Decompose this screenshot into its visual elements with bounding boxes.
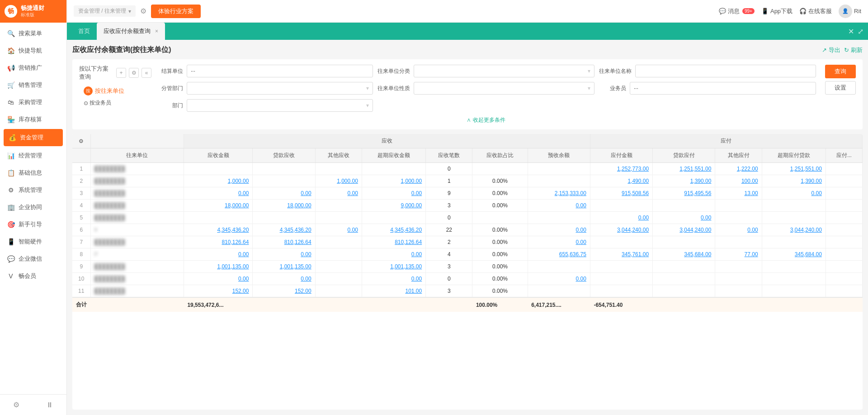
tabbar-maximize-icon[interactable]: ⤢: [858, 27, 863, 36]
th-ar-prepay[interactable]: 预收余额: [528, 148, 590, 163]
cell-ap_other-7[interactable]: 77.00: [715, 248, 762, 261]
th-ap-other[interactable]: 其他应付: [715, 148, 762, 163]
cell-ap_amount-7[interactable]: 345,761.00: [590, 248, 652, 261]
sidebar-item-finance[interactable]: 💰资金管理: [4, 129, 63, 146]
cell-ar_overdue-1[interactable]: 1,000.00: [362, 175, 425, 187]
footer-ar-amount[interactable]: 19,553,472,6...: [184, 297, 253, 312]
collapse-more-btn[interactable]: ∧ 收起更多条件: [467, 116, 505, 124]
cell-ap_overdue-2[interactable]: 0.00: [762, 187, 826, 200]
sidebar-settings-icon[interactable]: ⚙: [11, 398, 22, 411]
cell-ar-prepay-3[interactable]: 0.00: [528, 200, 590, 212]
field-salesperson-input[interactable]: ···: [630, 82, 816, 95]
sidebar-collapse-icon[interactable]: ⏸: [44, 399, 56, 411]
cell-ar_overdue-3[interactable]: 9,000.00: [362, 200, 425, 212]
cell-ar_loan-9[interactable]: 0.00: [253, 273, 315, 285]
tab-query[interactable]: 应收应付余额查询×: [97, 23, 165, 40]
cell-ap_other-1[interactable]: 100.00: [715, 175, 762, 187]
sidebar-item-system[interactable]: ⚙系统管理: [0, 181, 66, 199]
sidebar-item-warehouse[interactable]: 🏪库存核算: [0, 111, 66, 128]
th-partner[interactable]: 往来单位: [90, 148, 184, 163]
cell-ar_amount-1[interactable]: 1,000.00: [184, 175, 253, 187]
sidebar-item-marketing[interactable]: 📢营销推广: [0, 59, 66, 76]
th-ap-more[interactable]: 应付...: [826, 148, 862, 163]
sidebar-item-member[interactable]: V畅会员: [0, 267, 66, 285]
cell-ar_loan-7[interactable]: 0.00: [253, 248, 315, 261]
cell-ar_overdue-9[interactable]: 0.00: [362, 273, 425, 285]
filter-settings-btn[interactable]: ⚙: [129, 68, 139, 78]
cell-ar_amount-2[interactable]: 0.00: [184, 187, 253, 200]
field-partner-name-input[interactable]: [635, 65, 816, 77]
cell-ar-prepay-7[interactable]: 655,636.75: [528, 248, 590, 261]
cell-ar_other-2[interactable]: 0.00: [315, 187, 362, 200]
cell-ap_loan-5[interactable]: 3,044,240.00: [653, 224, 715, 236]
footer-ar-prepay[interactable]: 6,417,215....: [528, 297, 590, 312]
th-ar-overdue[interactable]: 超期应收金额: [362, 148, 425, 163]
filter-sub-scheme[interactable]: ⊙ 按业务员: [84, 99, 151, 107]
filter-scheme-item[interactable]: 按 按往来单位: [84, 86, 151, 95]
cell-ar_amount-10[interactable]: 152.00: [184, 285, 253, 298]
tab-close-query[interactable]: ×: [155, 28, 158, 34]
cell-ap_other-5[interactable]: 0.00: [715, 224, 762, 236]
online-service-btn[interactable]: 🎧 在线客服: [799, 7, 832, 15]
cell-ap_overdue-7[interactable]: 345,684.00: [762, 248, 826, 261]
th-ar-ratio[interactable]: 应收款占比: [472, 148, 528, 163]
cell-ar_overdue-8[interactable]: 1,001,135.00: [362, 261, 425, 273]
th-ap-amount[interactable]: 应付金额: [590, 148, 652, 163]
cell-ar_overdue-5[interactable]: 4,345,436.20: [362, 224, 425, 236]
cell-ar-prepay-6[interactable]: 0.00: [528, 236, 590, 248]
cell-ap_other-0[interactable]: 1,222.00: [715, 163, 762, 175]
cell-ar_amount-8[interactable]: 1,001,135.00: [184, 261, 253, 273]
cell-ar_loan-5[interactable]: 4,345,436.20: [253, 224, 315, 236]
th-ap-overdue[interactable]: 超期应付贷款: [762, 148, 826, 163]
cell-ar_overdue-7[interactable]: 0.00: [362, 248, 425, 261]
set-btn[interactable]: 设置: [825, 81, 856, 95]
sidebar-item-basic[interactable]: 📋基础信息: [0, 164, 66, 181]
cell-ap_loan-4[interactable]: 0.00: [653, 212, 715, 224]
cell-ar_overdue-10[interactable]: 101.00: [362, 285, 425, 298]
breadcrumb-dropdown-icon[interactable]: ▾: [128, 8, 131, 14]
cell-ar_other-5[interactable]: 0.00: [315, 224, 362, 236]
tab-home[interactable]: 首页: [71, 23, 97, 40]
sidebar-item-hardware[interactable]: 📱智能硬件: [0, 233, 66, 250]
filter-collapse-btn[interactable]: «: [142, 68, 151, 78]
th-ar-amount[interactable]: 应收金额: [184, 148, 253, 163]
cell-ar_amount-3[interactable]: 18,000.00: [184, 200, 253, 212]
sidebar-item-enterprise[interactable]: 🏢企业协同: [0, 199, 66, 216]
sidebar-item-sales[interactable]: 🛒销售管理: [0, 76, 66, 94]
field-partner-category-input[interactable]: ▾: [414, 65, 594, 77]
cell-ar_amount-6[interactable]: 810,126.64: [184, 236, 253, 248]
th-ar-count[interactable]: 应收笔数: [426, 148, 472, 163]
sidebar-item-shortcut[interactable]: 🏠快捷导航: [0, 42, 66, 59]
cell-ap_amount-2[interactable]: 915,508.56: [590, 187, 652, 200]
message-btn[interactable]: 💬 消息 99+: [719, 7, 755, 15]
cell-ap_amount-4[interactable]: 0.00: [590, 212, 652, 224]
field-dept-input[interactable]: ▾: [187, 82, 373, 95]
cell-ap_loan-7[interactable]: 345,684.00: [653, 248, 715, 261]
cell-ar_overdue-6[interactable]: 810,126.64: [362, 236, 425, 248]
cell-ar_amount-7[interactable]: 0.00: [184, 248, 253, 261]
sidebar-item-search[interactable]: 🔍搜索菜单: [0, 25, 66, 42]
tabbar-close-icon[interactable]: ✕: [848, 27, 854, 36]
filter-add-btn[interactable]: +: [116, 68, 126, 78]
cell-ar-prepay-2[interactable]: 2,153,333.00: [528, 187, 590, 200]
cell-ap_loan-1[interactable]: 1,390.00: [653, 175, 715, 187]
cell-ar-prepay-5[interactable]: 0.00: [528, 224, 590, 236]
cell-ar_other-1[interactable]: 1,000.00: [315, 175, 362, 187]
sidebar-item-newbie[interactable]: 🎯新手引导: [0, 216, 66, 233]
th-ap-loan[interactable]: 贷款应付: [653, 148, 715, 163]
cell-ar_amount-9[interactable]: 0.00: [184, 273, 253, 285]
user-area[interactable]: 👤 Rit: [839, 5, 861, 18]
cell-ap_overdue-0[interactable]: 1,251,551.00: [762, 163, 826, 175]
topnav-settings-icon[interactable]: ⚙: [140, 7, 146, 15]
field-partner-nature-input[interactable]: ▾: [414, 82, 594, 95]
cell-ar_overdue-2[interactable]: 0.00: [362, 187, 425, 200]
th-ar-loan[interactable]: 贷款应收: [253, 148, 315, 163]
cell-ar-prepay-9[interactable]: 0.00: [528, 273, 590, 285]
field-settlement-input[interactable]: ···: [187, 65, 373, 77]
refresh-btn[interactable]: ↻ 刷新: [844, 46, 863, 54]
cell-ap_loan-2[interactable]: 915,495.56: [653, 187, 715, 200]
cell-ap_amount-5[interactable]: 3,044,240.00: [590, 224, 652, 236]
sidebar-item-operation[interactable]: 📊经营管理: [0, 147, 66, 164]
cell-ap_overdue-1[interactable]: 1,390.00: [762, 175, 826, 187]
table-settings-icon[interactable]: ⚙: [79, 138, 84, 144]
